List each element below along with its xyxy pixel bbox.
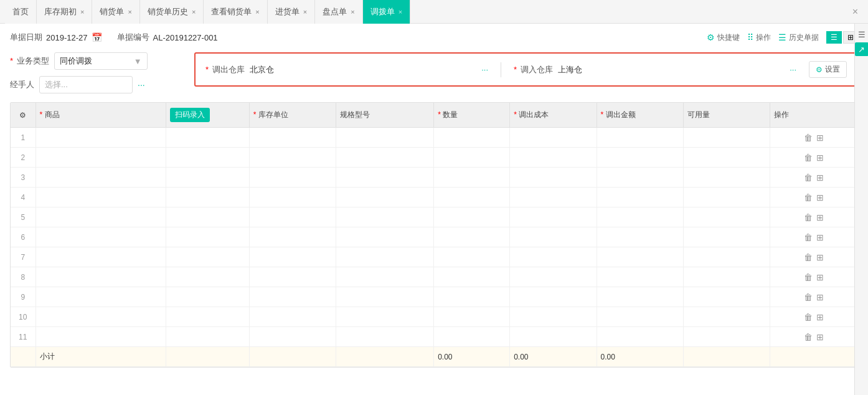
spec-cell-4[interactable] [336, 188, 434, 207]
history-action[interactable]: ☰ 历史单据 [778, 32, 819, 43]
window-close-button[interactable]: × [847, 6, 863, 17]
tab-inventory-init-close[interactable]: × [80, 8, 84, 16]
product-cell-2[interactable] [35, 148, 166, 168]
amount-cell-6[interactable] [597, 227, 683, 247]
product-cell-7[interactable] [35, 247, 166, 267]
spec-cell-7[interactable] [336, 247, 434, 267]
cost-cell-9[interactable] [510, 287, 597, 307]
product-cell-1[interactable] [35, 128, 166, 148]
copy-icon-3[interactable]: ⊞ [816, 173, 824, 183]
spec-cell-10[interactable] [336, 307, 434, 327]
unit-cell-5[interactable] [249, 207, 336, 227]
amount-cell-5[interactable] [597, 207, 683, 227]
delete-icon-4[interactable]: 🗑 [804, 193, 813, 202]
tab-home[interactable]: 首页 [5, 0, 37, 24]
delete-icon-9[interactable]: 🗑 [804, 292, 813, 302]
person-more-button[interactable]: ··· [138, 80, 145, 90]
unit-cell-7[interactable] [249, 247, 336, 267]
spec-cell-5[interactable] [336, 207, 434, 227]
tab-view-sales[interactable]: 查看销货单 × [204, 0, 267, 24]
copy-icon-8[interactable]: ⊞ [816, 272, 824, 282]
gear-icon[interactable]: ⚙ [19, 111, 26, 120]
cost-cell-10[interactable] [510, 307, 597, 327]
unit-cell-4[interactable] [249, 188, 336, 207]
cost-cell-1[interactable] [510, 128, 597, 148]
product-cell-4[interactable] [35, 188, 166, 207]
unit-cell-3[interactable] [249, 168, 336, 188]
qty-cell-10[interactable] [434, 307, 510, 327]
spec-cell-11[interactable] [336, 327, 434, 347]
warehouse-in-more-button[interactable]: ··· [790, 65, 796, 74]
operation-action[interactable]: ⠿ 操作 [747, 32, 771, 43]
amount-cell-2[interactable] [597, 148, 683, 168]
delete-icon-11[interactable]: 🗑 [804, 332, 813, 342]
spec-cell-8[interactable] [336, 267, 434, 287]
product-cell-11[interactable] [35, 327, 166, 347]
delete-icon-3[interactable]: 🗑 [804, 173, 813, 183]
cost-cell-2[interactable] [510, 148, 597, 168]
unit-cell-2[interactable] [249, 148, 336, 168]
copy-icon-4[interactable]: ⊞ [816, 193, 824, 202]
delete-icon-2[interactable]: 🗑 [804, 153, 813, 163]
delete-icon-8[interactable]: 🗑 [804, 272, 813, 282]
copy-icon-10[interactable]: ⊞ [816, 312, 824, 322]
warehouse-out-more-button[interactable]: ··· [481, 65, 488, 74]
qty-cell-7[interactable] [434, 247, 510, 267]
view-list-button[interactable]: ☰ [826, 31, 842, 44]
tab-sales-history[interactable]: 销货单历史 × [140, 0, 204, 24]
copy-icon-11[interactable]: ⊞ [816, 332, 824, 342]
qty-cell-6[interactable] [434, 227, 510, 247]
tab-inventory-check-close[interactable]: × [351, 8, 354, 16]
qty-cell-9[interactable] [434, 287, 510, 307]
amount-cell-3[interactable] [597, 168, 683, 188]
tab-purchase-close[interactable]: × [303, 8, 307, 16]
amount-cell-8[interactable] [597, 267, 683, 287]
spec-cell-3[interactable] [336, 168, 434, 188]
copy-icon-5[interactable]: ⊞ [816, 212, 824, 222]
unit-cell-1[interactable] [249, 128, 336, 148]
amount-cell-9[interactable] [597, 287, 683, 307]
tab-sales-order[interactable]: 销货单 × [92, 0, 139, 24]
cost-cell-11[interactable] [510, 327, 597, 347]
product-cell-9[interactable] [35, 287, 166, 307]
delete-icon-6[interactable]: 🗑 [804, 232, 813, 242]
product-cell-10[interactable] [35, 307, 166, 327]
amount-cell-7[interactable] [597, 247, 683, 267]
calendar-icon[interactable]: 📅 [92, 32, 102, 42]
spec-cell-1[interactable] [336, 128, 434, 148]
sidebar-list-icon[interactable]: ☰ [856, 29, 867, 40]
unit-cell-11[interactable] [249, 327, 336, 347]
cost-cell-5[interactable] [510, 207, 597, 227]
unit-cell-8[interactable] [249, 267, 336, 287]
tab-purchase[interactable]: 进货单 × [268, 0, 315, 24]
sidebar-expand-icon[interactable]: ↗ [855, 42, 869, 56]
qty-cell-1[interactable] [434, 128, 510, 148]
copy-icon-1[interactable]: ⊞ [816, 133, 824, 143]
cost-cell-6[interactable] [510, 227, 597, 247]
product-cell-5[interactable] [35, 207, 166, 227]
amount-cell-4[interactable] [597, 188, 683, 207]
product-cell-8[interactable] [35, 267, 166, 287]
product-cell-6[interactable] [35, 227, 166, 247]
tab-view-sales-close[interactable]: × [255, 8, 259, 16]
tab-transfer[interactable]: 调拨单 × [363, 0, 410, 24]
qty-cell-5[interactable] [434, 207, 510, 227]
scan-button[interactable]: 扫码录入 [170, 108, 210, 122]
qty-cell-2[interactable] [434, 148, 510, 168]
amount-cell-1[interactable] [597, 128, 683, 148]
tab-sales-history-close[interactable]: × [192, 8, 196, 16]
business-type-select[interactable]: 同价调拨 ▼ [54, 52, 148, 70]
unit-cell-6[interactable] [249, 227, 336, 247]
copy-icon-2[interactable]: ⊞ [816, 153, 824, 163]
cost-cell-4[interactable] [510, 188, 597, 207]
delete-icon-10[interactable]: 🗑 [804, 312, 813, 322]
cost-cell-7[interactable] [510, 247, 597, 267]
person-select[interactable]: 选择... [39, 76, 133, 93]
delete-icon-5[interactable]: 🗑 [804, 212, 813, 222]
unit-cell-10[interactable] [249, 307, 336, 327]
spec-cell-6[interactable] [336, 227, 434, 247]
amount-cell-10[interactable] [597, 307, 683, 327]
settings-button[interactable]: ⚙ 设置 [809, 61, 847, 78]
copy-icon-6[interactable]: ⊞ [816, 232, 824, 242]
qty-cell-11[interactable] [434, 327, 510, 347]
